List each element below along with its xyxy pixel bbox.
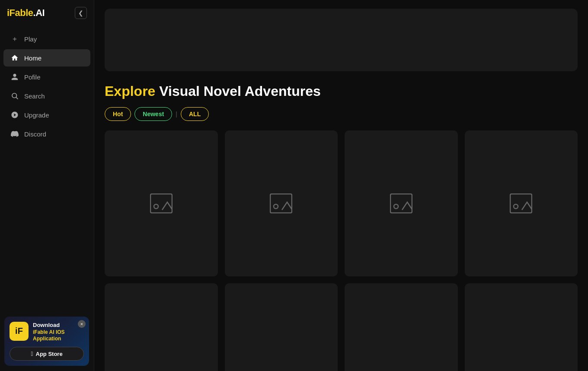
banner-top: iF Download iFable AI IOS Application (10, 322, 84, 342)
plus-icon: ＋ (10, 35, 19, 43)
sidebar-item-upgrade[interactable]: Upgrade (3, 106, 90, 124)
close-icon: × (80, 321, 83, 327)
apple-icon:  (31, 350, 33, 357)
image-placeholder-3 (390, 193, 412, 213)
banner-download-label: Download (33, 322, 84, 328)
explore-heading: Explore Visual Novel Adventures (105, 83, 578, 99)
svg-point-9 (514, 204, 518, 209)
discord-icon (10, 130, 19, 138)
sidebar-item-search-label: Search (24, 92, 45, 100)
svg-point-0 (12, 93, 17, 98)
banner-close-button[interactable]: × (78, 320, 86, 328)
sidebar-item-search[interactable]: Search (3, 87, 90, 105)
novel-card-8[interactable] (465, 283, 578, 371)
app-store-button-label: App Store (36, 351, 63, 357)
logo: iFable.AI (7, 7, 45, 19)
filter-divider: | (176, 111, 177, 117)
app-icon: iF (10, 322, 29, 341)
collapse-sidebar-button[interactable]: ❮ (75, 7, 87, 19)
sidebar-item-discord[interactable]: Discord (3, 125, 90, 143)
novel-card-1[interactable] (105, 130, 218, 276)
sidebar-header: iFable.AI ❮ (0, 0, 94, 26)
sidebar-item-play-label: Play (24, 35, 37, 43)
card-grid (105, 130, 578, 371)
image-placeholder-1 (150, 193, 173, 213)
chevron-left-icon: ❮ (78, 10, 83, 16)
main-content: Explore Visual Novel Adventures Hot Newe… (94, 0, 588, 371)
hero-banner (105, 9, 578, 71)
upgrade-icon (10, 111, 19, 119)
sidebar: iFable.AI ❮ ＋ Play Home Pofile (0, 0, 94, 371)
sidebar-item-home[interactable]: Home (3, 49, 90, 67)
banner-app-name: iFable AI IOS Application (33, 329, 84, 342)
novel-card-5[interactable] (105, 283, 218, 371)
explore-white-text: Visual Novel Adventures (155, 83, 320, 99)
filter-newest-button[interactable]: Newest (134, 107, 172, 121)
home-icon (10, 54, 19, 62)
sidebar-item-profile[interactable]: Pofile (3, 68, 90, 86)
sidebar-item-upgrade-label: Upgrade (24, 111, 49, 119)
svg-point-3 (154, 204, 158, 209)
filter-bar: Hot Newest | ALL (105, 107, 578, 121)
novel-card-2[interactable] (225, 130, 338, 276)
logo-if: iFable (7, 7, 33, 18)
image-placeholder-4 (510, 193, 532, 213)
banner-text-block: Download iFable AI IOS Application (33, 322, 84, 342)
sidebar-item-play[interactable]: ＋ Play (3, 30, 90, 48)
novel-card-3[interactable] (345, 130, 458, 276)
svg-point-5 (274, 204, 278, 209)
app-store-button[interactable]:  App Store (10, 347, 84, 361)
sidebar-item-discord-label: Discord (24, 130, 46, 138)
image-placeholder-2 (270, 193, 292, 213)
filter-hot-button[interactable]: Hot (105, 107, 131, 121)
novel-card-4[interactable] (465, 130, 578, 276)
profile-icon (10, 73, 19, 81)
app-store-banner: × iF Download iFable AI IOS Application … (4, 317, 89, 366)
sidebar-item-home-label: Home (24, 54, 42, 62)
sidebar-item-profile-label: Pofile (24, 73, 41, 81)
novel-card-6[interactable] (225, 283, 338, 371)
logo-rest: .AI (33, 7, 45, 18)
svg-line-1 (16, 97, 18, 99)
novel-card-7[interactable] (345, 283, 458, 371)
search-icon (10, 92, 19, 100)
explore-yellow-text: Explore (105, 83, 155, 99)
filter-all-button[interactable]: ALL (181, 107, 209, 121)
svg-point-7 (394, 204, 398, 209)
